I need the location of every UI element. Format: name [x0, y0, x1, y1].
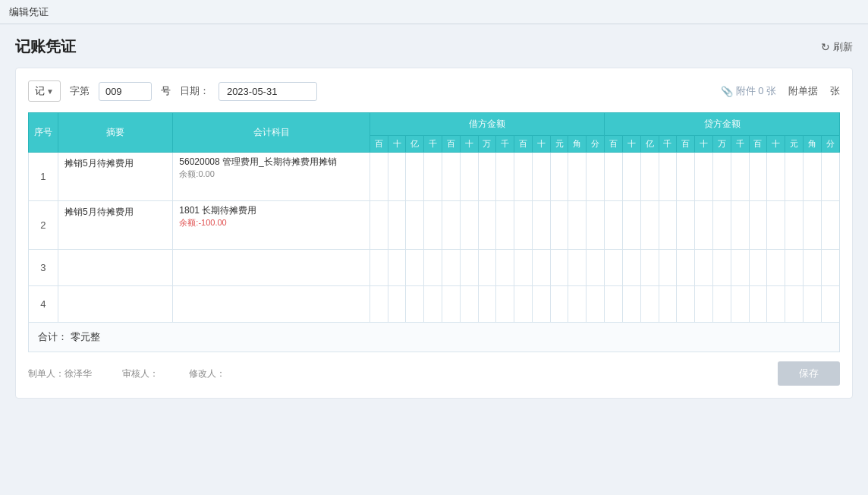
amount-cell-3-19[interactable]	[712, 286, 731, 323]
amount-cell-1-4[interactable]	[442, 201, 461, 250]
amount-cell-1-21[interactable]	[749, 201, 767, 250]
amount-cell-0-4[interactable]	[442, 153, 461, 201]
amount-cell-0-20[interactable]	[731, 153, 749, 201]
amount-cell-2-21[interactable]	[749, 250, 767, 286]
amount-cell-3-3[interactable]	[424, 286, 442, 323]
amount-cell-2-13[interactable]	[605, 250, 623, 286]
amount-cell-3-14[interactable]	[623, 286, 641, 323]
amount-cell-1-15[interactable]	[640, 201, 659, 250]
amount-cell-0-8[interactable]	[514, 153, 533, 201]
amount-cell-0-15[interactable]	[640, 153, 659, 201]
amount-cell-1-0[interactable]	[370, 201, 388, 250]
amount-cell-2-17[interactable]	[677, 250, 695, 286]
amount-cell-0-3[interactable]	[424, 153, 442, 201]
amount-cell-2-23[interactable]	[785, 250, 804, 286]
amount-cell-2-12[interactable]	[587, 250, 605, 286]
amount-cell-3-7[interactable]	[496, 286, 514, 323]
amount-cell-2-16[interactable]	[659, 250, 677, 286]
amount-cell-1-5[interactable]	[460, 201, 478, 250]
refresh-button[interactable]: ↻ 刷新	[821, 40, 853, 54]
amount-cell-1-11[interactable]	[568, 201, 587, 250]
amount-cell-3-9[interactable]	[532, 286, 550, 323]
row-account-3[interactable]	[173, 286, 370, 323]
amount-cell-1-2[interactable]	[406, 201, 424, 250]
amount-cell-1-10[interactable]	[550, 201, 568, 250]
row-summary-3[interactable]	[58, 286, 172, 323]
attach-receipt-button[interactable]: 附单据	[788, 84, 818, 98]
date-input[interactable]	[219, 82, 317, 101]
amount-cell-2-20[interactable]	[731, 250, 749, 286]
attach-button[interactable]: 📎 附件 0 张	[721, 84, 776, 98]
amount-cell-0-18[interactable]	[695, 153, 713, 201]
amount-cell-3-0[interactable]	[370, 286, 388, 323]
amount-cell-0-14[interactable]	[623, 153, 641, 201]
amount-cell-3-6[interactable]	[478, 286, 496, 323]
amount-cell-1-19[interactable]	[712, 201, 731, 250]
save-button[interactable]: 保存	[778, 361, 840, 386]
amount-cell-0-7[interactable]	[496, 153, 514, 201]
amount-cell-2-18[interactable]	[695, 250, 713, 286]
amount-cell-2-2[interactable]	[406, 250, 424, 286]
amount-cell-3-16[interactable]	[659, 286, 677, 323]
amount-cell-2-14[interactable]	[623, 250, 641, 286]
amount-cell-0-16[interactable]	[659, 153, 677, 201]
amount-cell-2-22[interactable]	[767, 250, 785, 286]
amount-cell-1-25[interactable]	[821, 201, 839, 250]
amount-cell-0-12[interactable]	[587, 153, 605, 201]
amount-cell-2-25[interactable]	[821, 250, 839, 286]
row-summary-0[interactable]: 摊销5月待摊费用	[58, 153, 172, 201]
amount-cell-1-18[interactable]	[695, 201, 713, 250]
row-account-1[interactable]: 1801 长期待摊费用余额:-100.00	[173, 201, 370, 250]
amount-cell-2-8[interactable]	[514, 250, 533, 286]
amount-cell-0-5[interactable]	[460, 153, 478, 201]
row-account-0[interactable]: 56020008 管理费用_长期待摊费用摊销余额:0.00	[173, 153, 370, 201]
amount-cell-3-13[interactable]	[605, 286, 623, 323]
amount-cell-0-23[interactable]	[785, 153, 804, 201]
amount-cell-0-10[interactable]	[550, 153, 568, 201]
amount-cell-2-24[interactable]	[803, 250, 821, 286]
amount-cell-0-24[interactable]	[803, 153, 821, 201]
amount-cell-1-16[interactable]	[659, 201, 677, 250]
amount-cell-3-24[interactable]	[803, 286, 821, 323]
amount-cell-3-20[interactable]	[731, 286, 749, 323]
amount-cell-1-9[interactable]	[532, 201, 550, 250]
amount-cell-2-3[interactable]	[424, 250, 442, 286]
amount-cell-3-8[interactable]	[514, 286, 533, 323]
amount-cell-2-1[interactable]	[388, 250, 406, 286]
amount-cell-1-14[interactable]	[623, 201, 641, 250]
amount-cell-2-4[interactable]	[442, 250, 461, 286]
amount-cell-0-11[interactable]	[568, 153, 587, 201]
amount-cell-2-11[interactable]	[568, 250, 587, 286]
amount-cell-1-1[interactable]	[388, 201, 406, 250]
row-summary-2[interactable]	[58, 250, 172, 286]
amount-cell-3-1[interactable]	[388, 286, 406, 323]
amount-cell-3-18[interactable]	[695, 286, 713, 323]
amount-cell-1-22[interactable]	[767, 201, 785, 250]
amount-cell-0-21[interactable]	[749, 153, 767, 201]
amount-cell-3-21[interactable]	[749, 286, 767, 323]
amount-cell-1-23[interactable]	[785, 201, 804, 250]
amount-cell-1-8[interactable]	[514, 201, 533, 250]
amount-cell-3-5[interactable]	[460, 286, 478, 323]
amount-cell-3-11[interactable]	[568, 286, 587, 323]
amount-cell-1-12[interactable]	[587, 201, 605, 250]
amount-cell-3-17[interactable]	[677, 286, 695, 323]
amount-cell-0-17[interactable]	[677, 153, 695, 201]
amount-cell-0-22[interactable]	[767, 153, 785, 201]
amount-cell-3-2[interactable]	[406, 286, 424, 323]
row-account-2[interactable]	[173, 250, 370, 286]
voucher-type-button[interactable]: 记 ▼	[28, 80, 61, 102]
amount-cell-2-15[interactable]	[640, 250, 659, 286]
amount-cell-0-9[interactable]	[532, 153, 550, 201]
amount-cell-0-19[interactable]	[712, 153, 731, 201]
amount-cell-3-25[interactable]	[821, 286, 839, 323]
amount-cell-1-13[interactable]	[605, 201, 623, 250]
amount-cell-1-20[interactable]	[731, 201, 749, 250]
amount-cell-3-4[interactable]	[442, 286, 461, 323]
amount-cell-0-1[interactable]	[388, 153, 406, 201]
amount-cell-1-6[interactable]	[478, 201, 496, 250]
amount-cell-1-7[interactable]	[496, 201, 514, 250]
amount-cell-1-3[interactable]	[424, 201, 442, 250]
amount-cell-3-10[interactable]	[550, 286, 568, 323]
amount-cell-2-9[interactable]	[532, 250, 550, 286]
